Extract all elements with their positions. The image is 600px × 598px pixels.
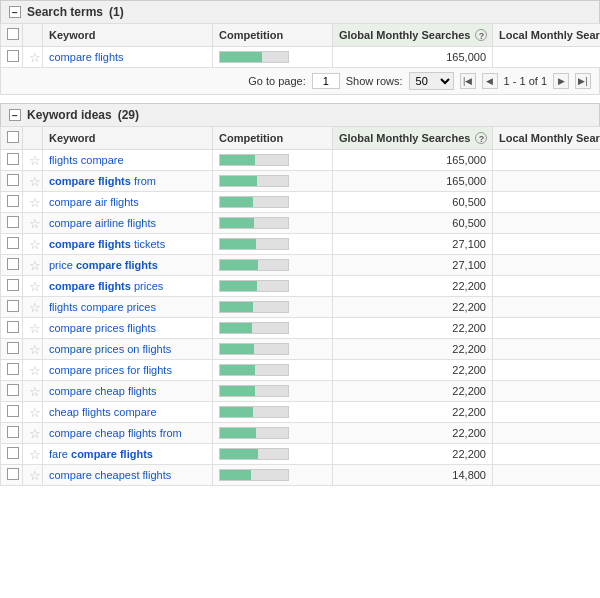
row-local-monthly-cell xyxy=(493,360,601,381)
row-competition-cell xyxy=(213,465,333,486)
keyword-link[interactable]: compare prices on flights xyxy=(49,343,171,355)
row-checkbox[interactable] xyxy=(7,50,19,62)
row-global-monthly-cell: 165,000 xyxy=(333,150,493,171)
row-star-cell: ☆ xyxy=(23,360,43,381)
row-checkbox[interactable] xyxy=(7,216,19,228)
row-checkbox[interactable] xyxy=(7,174,19,186)
keyword-link[interactable]: compare flights prices xyxy=(49,280,163,292)
row-global-monthly-cell: 14,800 xyxy=(333,465,493,486)
row-checkbox[interactable] xyxy=(7,405,19,417)
competition-bar xyxy=(219,279,326,293)
keyword-link[interactable]: price compare flights xyxy=(49,259,158,271)
keyword-link[interactable]: compare flights tickets xyxy=(49,238,165,250)
go-to-page-input[interactable] xyxy=(312,73,340,89)
keyword-link[interactable]: flights compare xyxy=(49,154,124,166)
star-icon[interactable]: ☆ xyxy=(29,405,41,420)
row-competition-cell xyxy=(213,297,333,318)
star-icon[interactable]: ☆ xyxy=(29,468,41,483)
select-all-ideas-checkbox[interactable] xyxy=(7,131,19,143)
global-monthly-help-icon-ideas[interactable]: ? xyxy=(475,132,487,144)
star-icon[interactable]: ☆ xyxy=(29,237,41,252)
star-icon[interactable]: ☆ xyxy=(29,447,41,462)
row-checkbox[interactable] xyxy=(7,468,19,480)
keyword-link[interactable]: fare compare flights xyxy=(49,448,153,460)
row-checkbox[interactable] xyxy=(7,447,19,459)
star-icon[interactable]: ☆ xyxy=(29,300,41,315)
show-rows-select[interactable]: 50 25 100 xyxy=(409,72,454,90)
row-checkbox[interactable] xyxy=(7,237,19,249)
row-checkbox[interactable] xyxy=(7,363,19,375)
th-check-search[interactable] xyxy=(1,24,23,47)
star-icon[interactable]: ☆ xyxy=(29,216,41,231)
th-local-ideas[interactable]: Local Monthly Sear... xyxy=(493,127,601,150)
row-global-monthly-cell: 22,200 xyxy=(333,423,493,444)
th-keyword-search[interactable]: Keyword xyxy=(43,24,213,47)
th-star-ideas xyxy=(23,127,43,150)
collapse-search-terms-icon[interactable]: − xyxy=(9,6,21,18)
row-star-cell: ☆ xyxy=(23,297,43,318)
star-icon[interactable]: ☆ xyxy=(29,363,41,378)
collapse-keyword-ideas-icon[interactable]: − xyxy=(9,109,21,121)
nav-first-button[interactable]: |◀ xyxy=(460,73,476,89)
select-all-search-checkbox[interactable] xyxy=(7,28,19,40)
competition-bar xyxy=(219,363,326,377)
row-checkbox[interactable] xyxy=(7,384,19,396)
keyword-link[interactable]: compare cheapest flights xyxy=(49,469,171,481)
row-checkbox[interactable] xyxy=(7,426,19,438)
row-checkbox[interactable] xyxy=(7,321,19,333)
global-monthly-help-icon-search[interactable]: ? xyxy=(475,29,487,41)
go-to-page-label: Go to page: xyxy=(248,75,306,87)
star-icon[interactable]: ☆ xyxy=(29,342,41,357)
th-keyword-ideas[interactable]: Keyword xyxy=(43,127,213,150)
nav-next-button[interactable]: ▶ xyxy=(553,73,569,89)
table-row: ☆compare cheap flights from22,200 xyxy=(1,423,601,444)
th-competition-search[interactable]: Competition xyxy=(213,24,333,47)
row-checkbox[interactable] xyxy=(7,342,19,354)
keyword-link[interactable]: flights compare prices xyxy=(49,301,156,313)
keyword-link[interactable]: compare prices flights xyxy=(49,322,156,334)
row-checkbox[interactable] xyxy=(7,258,19,270)
keyword-link[interactable]: compare flights xyxy=(49,51,124,63)
row-checkbox-cell xyxy=(1,213,23,234)
row-local-monthly-cell xyxy=(493,318,601,339)
keyword-link[interactable]: compare airline flights xyxy=(49,217,156,229)
star-icon[interactable]: ☆ xyxy=(29,174,41,189)
row-keyword-cell: fare compare flights xyxy=(43,444,213,465)
row-global-monthly-cell: 22,200 xyxy=(333,402,493,423)
star-icon[interactable]: ☆ xyxy=(29,153,41,168)
th-global-search[interactable]: Global Monthly Searches ? xyxy=(333,24,493,47)
star-icon[interactable]: ☆ xyxy=(29,279,41,294)
row-local-monthly-cell xyxy=(493,381,601,402)
row-star-cell: ☆ xyxy=(23,47,43,68)
star-icon[interactable]: ☆ xyxy=(29,50,41,65)
keyword-link[interactable]: compare cheap flights xyxy=(49,385,157,397)
row-checkbox[interactable] xyxy=(7,279,19,291)
keyword-link[interactable]: compare air flights xyxy=(49,196,139,208)
row-local-monthly-cell xyxy=(493,150,601,171)
competition-bar xyxy=(219,237,326,251)
star-icon[interactable]: ☆ xyxy=(29,258,41,273)
row-global-monthly-cell: 22,200 xyxy=(333,444,493,465)
keyword-link[interactable]: compare cheap flights from xyxy=(49,427,182,439)
row-checkbox[interactable] xyxy=(7,153,19,165)
star-icon[interactable]: ☆ xyxy=(29,426,41,441)
nav-prev-button[interactable]: ◀ xyxy=(482,73,498,89)
keyword-ideas-count: (29) xyxy=(118,108,139,122)
keyword-link[interactable]: compare prices for flights xyxy=(49,364,172,376)
th-local-search[interactable]: Local Monthly Sear... xyxy=(493,24,601,47)
nav-last-button[interactable]: ▶| xyxy=(575,73,591,89)
row-checkbox[interactable] xyxy=(7,300,19,312)
th-global-ideas[interactable]: Global Monthly Searches ? xyxy=(333,127,493,150)
table-row: ☆cheap flights compare22,200 xyxy=(1,402,601,423)
keyword-link[interactable]: cheap flights compare xyxy=(49,406,157,418)
star-icon[interactable]: ☆ xyxy=(29,384,41,399)
star-icon[interactable]: ☆ xyxy=(29,195,41,210)
th-competition-ideas[interactable]: Competition xyxy=(213,127,333,150)
keyword-link[interactable]: compare flights from xyxy=(49,175,156,187)
th-check-ideas[interactable] xyxy=(1,127,23,150)
row-checkbox[interactable] xyxy=(7,195,19,207)
row-checkbox-cell xyxy=(1,234,23,255)
row-competition-cell xyxy=(213,150,333,171)
star-icon[interactable]: ☆ xyxy=(29,321,41,336)
row-keyword-cell: flights compare prices xyxy=(43,297,213,318)
